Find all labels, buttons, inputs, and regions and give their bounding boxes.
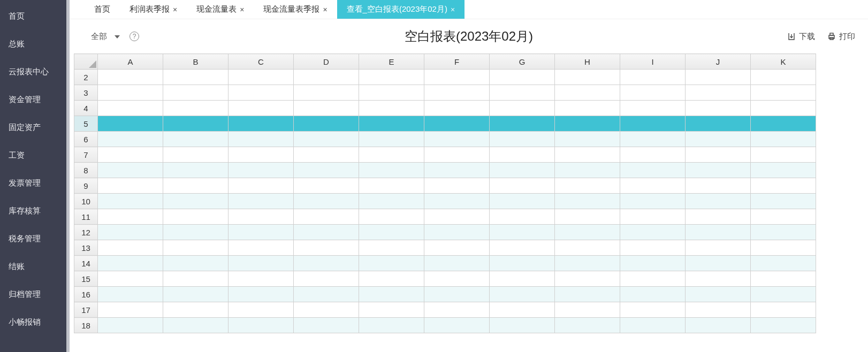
cell-A14[interactable] — [98, 256, 163, 271]
cell-E7[interactable] — [359, 147, 424, 163]
cell-H5[interactable] — [555, 116, 620, 132]
cell-K9[interactable] — [751, 178, 816, 194]
cell-D17[interactable] — [294, 302, 359, 318]
cell-C12[interactable] — [229, 225, 294, 240]
cell-H15[interactable] — [555, 271, 620, 287]
cell-G16[interactable] — [490, 287, 555, 302]
cell-C3[interactable] — [229, 85, 294, 101]
cell-F7[interactable] — [424, 147, 490, 163]
cell-C10[interactable] — [229, 194, 294, 209]
row-header-5[interactable]: 5 — [74, 116, 98, 132]
cell-F2[interactable] — [424, 70, 490, 85]
cell-H6[interactable] — [555, 132, 620, 147]
cell-K10[interactable] — [751, 194, 816, 209]
print-button[interactable]: 打印 — [827, 32, 855, 42]
cell-K14[interactable] — [751, 256, 816, 271]
cell-J3[interactable] — [686, 85, 751, 101]
cell-H10[interactable] — [555, 194, 620, 209]
cell-J5[interactable] — [686, 116, 751, 132]
cell-J11[interactable] — [686, 209, 751, 225]
cell-H7[interactable] — [555, 147, 620, 163]
cell-K17[interactable] — [751, 302, 816, 318]
cell-A11[interactable] — [98, 209, 163, 225]
column-header-B[interactable]: B — [163, 54, 229, 70]
tab-3[interactable]: 现金流量表季报× — [254, 0, 337, 19]
cell-I15[interactable] — [620, 271, 686, 287]
cell-C17[interactable] — [229, 302, 294, 318]
cell-I2[interactable] — [620, 70, 686, 85]
cell-A18[interactable] — [98, 318, 163, 333]
sidebar-item-3[interactable]: 资金管理 — [0, 86, 66, 113]
cell-I18[interactable] — [620, 318, 686, 333]
cell-E17[interactable] — [359, 302, 424, 318]
cell-J9[interactable] — [686, 178, 751, 194]
cell-E14[interactable] — [359, 256, 424, 271]
cell-A13[interactable] — [98, 240, 163, 256]
cell-C16[interactable] — [229, 287, 294, 302]
cell-F18[interactable] — [424, 318, 490, 333]
cell-I17[interactable] — [620, 302, 686, 318]
cell-G8[interactable] — [490, 163, 555, 178]
cell-J4[interactable] — [686, 101, 751, 116]
cell-C15[interactable] — [229, 271, 294, 287]
cell-J8[interactable] — [686, 163, 751, 178]
cell-E8[interactable] — [359, 163, 424, 178]
cell-C6[interactable] — [229, 132, 294, 147]
cell-E4[interactable] — [359, 101, 424, 116]
row-header-17[interactable]: 17 — [74, 302, 98, 318]
cell-E11[interactable] — [359, 209, 424, 225]
cell-D10[interactable] — [294, 194, 359, 209]
cell-A6[interactable] — [98, 132, 163, 147]
cell-K18[interactable] — [751, 318, 816, 333]
cell-H4[interactable] — [555, 101, 620, 116]
cell-B7[interactable] — [163, 147, 229, 163]
cell-D16[interactable] — [294, 287, 359, 302]
cell-J10[interactable] — [686, 194, 751, 209]
row-header-12[interactable]: 12 — [74, 225, 98, 240]
cell-D3[interactable] — [294, 85, 359, 101]
row-header-6[interactable]: 6 — [74, 132, 98, 147]
cell-K5[interactable] — [751, 116, 816, 132]
cell-F4[interactable] — [424, 101, 490, 116]
row-header-15[interactable]: 15 — [74, 271, 98, 287]
cell-K11[interactable] — [751, 209, 816, 225]
cell-C9[interactable] — [229, 178, 294, 194]
cell-B9[interactable] — [163, 178, 229, 194]
column-header-D[interactable]: D — [294, 54, 359, 70]
cell-F8[interactable] — [424, 163, 490, 178]
cell-B18[interactable] — [163, 318, 229, 333]
cell-K6[interactable] — [751, 132, 816, 147]
cell-G14[interactable] — [490, 256, 555, 271]
cell-E6[interactable] — [359, 132, 424, 147]
sidebar-item-10[interactable]: 归档管理 — [0, 280, 66, 308]
cell-C18[interactable] — [229, 318, 294, 333]
row-header-10[interactable]: 10 — [74, 194, 98, 209]
cell-I10[interactable] — [620, 194, 686, 209]
sidebar-item-6[interactable]: 发票管理 — [0, 169, 66, 197]
cell-G15[interactable] — [490, 271, 555, 287]
sidebar-item-2[interactable]: 云报表中心 — [0, 58, 66, 86]
cell-J6[interactable] — [686, 132, 751, 147]
cell-B11[interactable] — [163, 209, 229, 225]
cell-E2[interactable] — [359, 70, 424, 85]
cell-E10[interactable] — [359, 194, 424, 209]
cell-A10[interactable] — [98, 194, 163, 209]
cell-F10[interactable] — [424, 194, 490, 209]
cell-H9[interactable] — [555, 178, 620, 194]
row-header-14[interactable]: 14 — [74, 256, 98, 271]
cell-H13[interactable] — [555, 240, 620, 256]
cell-H17[interactable] — [555, 302, 620, 318]
cell-J15[interactable] — [686, 271, 751, 287]
cell-I8[interactable] — [620, 163, 686, 178]
row-header-3[interactable]: 3 — [74, 85, 98, 101]
cell-G5[interactable] — [490, 116, 555, 132]
cell-A17[interactable] — [98, 302, 163, 318]
cell-I7[interactable] — [620, 147, 686, 163]
cell-B6[interactable] — [163, 132, 229, 147]
row-header-16[interactable]: 16 — [74, 287, 98, 302]
cell-B10[interactable] — [163, 194, 229, 209]
cell-F15[interactable] — [424, 271, 490, 287]
column-header-A[interactable]: A — [98, 54, 163, 70]
close-icon[interactable]: × — [323, 5, 327, 14]
column-header-H[interactable]: H — [555, 54, 620, 70]
